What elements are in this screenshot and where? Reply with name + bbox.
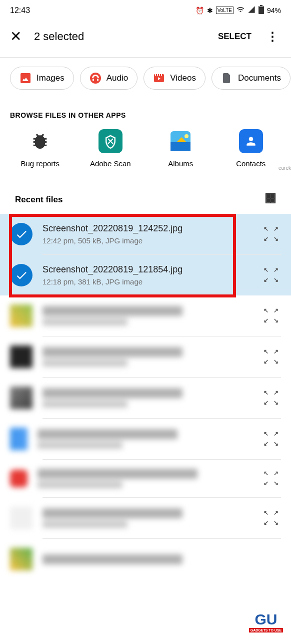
app-bug-reports[interactable]: Bug reports	[8, 129, 72, 168]
chip-images[interactable]: Images	[10, 67, 74, 90]
recent-label: Recent files	[15, 195, 62, 205]
image-icon	[20, 72, 32, 84]
expand-icon[interactable]: ↖↗↙↘	[264, 307, 281, 325]
chip-label: Images	[36, 73, 64, 83]
chip-audio[interactable]: Audio	[80, 67, 138, 90]
expand-icon[interactable]: ↖↗↙↘	[264, 470, 281, 487]
chip-label: Videos	[170, 73, 196, 83]
svg-rect-7	[157, 74, 158, 76]
watermark-text: eurek	[278, 165, 291, 171]
file-info	[42, 508, 254, 528]
svg-rect-3	[20, 73, 30, 83]
audio-icon	[90, 72, 102, 84]
file-thumbnail	[10, 387, 32, 409]
watermark-logo: GU GADGETS TO USE	[248, 606, 284, 636]
svg-point-12	[184, 134, 188, 138]
app-contacts[interactable]: Contacts	[218, 129, 284, 168]
svg-rect-11	[170, 142, 190, 151]
checkmark-icon[interactable]	[10, 223, 32, 245]
svg-point-4	[90, 73, 101, 84]
file-thumbnail	[10, 304, 32, 327]
app-albums[interactable]: Albums	[148, 129, 213, 168]
chip-documents[interactable]: Documents	[212, 67, 290, 90]
app-label: Bug reports	[20, 159, 60, 168]
file-item-blurred[interactable]: ↖↗↙↘	[0, 378, 291, 418]
chip-label: Audio	[106, 73, 128, 83]
file-item-blurred[interactable]: ↖↗↙↘	[0, 498, 291, 538]
svg-rect-8	[159, 74, 160, 76]
browse-section-label: BROWSE FILES IN OTHER APPS	[0, 99, 291, 129]
volte-icon: VoLTE	[216, 7, 234, 14]
more-options-icon[interactable]: ⋮	[264, 30, 281, 44]
file-meta: 12:18 pm, 381 kB, JPG image	[42, 277, 254, 286]
chip-label: Documents	[238, 73, 281, 83]
battery-icon	[258, 5, 264, 16]
expand-icon[interactable]: ↖↗↙↘	[264, 430, 281, 448]
bluetooth-icon: ✱	[207, 7, 213, 15]
app-label: Contacts	[236, 159, 266, 168]
app-label: Albums	[168, 159, 193, 168]
category-chips: Images Audio Videos Documents	[0, 58, 291, 99]
expand-icon[interactable]: ↖↗↙↘	[264, 389, 281, 407]
recent-header: Recent files	[0, 180, 291, 214]
expand-icon[interactable]: ↖↗↙↘	[264, 266, 281, 284]
file-item-blurred[interactable]: ↖↗↙↘	[0, 419, 291, 459]
file-info	[38, 429, 254, 449]
alarm-icon: ⏰	[196, 7, 204, 15]
grid-view-icon[interactable]	[265, 193, 276, 206]
file-item-blurred[interactable]: ↖↗↙↘	[0, 460, 291, 497]
svg-rect-0	[258, 6, 264, 14]
signal-icon	[248, 6, 256, 15]
expand-icon[interactable]: ↖↗↙↘	[264, 509, 281, 527]
file-list: Screenshot_20220819_124252.jpg 12:42 pm,…	[0, 214, 291, 573]
svg-rect-9	[161, 74, 162, 76]
status-icons: ⏰ ✱ VoLTE 94%	[196, 5, 281, 16]
bug-icon	[28, 129, 52, 153]
expand-icon[interactable]: ↖↗↙↘	[264, 348, 281, 366]
svg-rect-6	[155, 74, 156, 76]
status-bar: 12:43 ⏰ ✱ VoLTE 94%	[0, 0, 291, 21]
adobe-scan-icon	[98, 129, 122, 153]
app-label: Adobe Scan	[90, 159, 131, 168]
svg-rect-1	[260, 5, 262, 6]
file-name: Screenshot_20220819_121854.jpg	[42, 264, 254, 275]
file-name: Screenshot_20220819_124252.jpg	[42, 223, 254, 234]
file-info	[42, 347, 254, 367]
close-icon[interactable]: ✕	[10, 28, 22, 45]
checkmark-icon[interactable]	[10, 264, 32, 286]
file-info: Screenshot_20220819_124252.jpg 12:42 pm,…	[42, 223, 254, 245]
selection-header: ✕ 2 selected SELECT ⋮	[0, 21, 291, 57]
albums-icon	[168, 129, 192, 153]
selection-count: 2 selected	[34, 30, 206, 43]
file-thumbnail	[10, 346, 32, 368]
battery-percent: 94%	[267, 7, 281, 15]
file-thumbnail	[10, 507, 32, 529]
app-adobe-scan[interactable]: Adobe Scan	[78, 129, 143, 168]
select-button[interactable]: SELECT	[218, 32, 252, 42]
chip-videos[interactable]: Videos	[144, 67, 206, 90]
file-thumbnail	[10, 470, 28, 487]
file-info	[42, 388, 254, 408]
file-info	[42, 554, 281, 564]
file-item[interactable]: Screenshot_20220819_121854.jpg 12:18 pm,…	[0, 255, 291, 295]
file-meta: 12:42 pm, 505 kB, JPG image	[42, 236, 254, 245]
expand-icon[interactable]: ↖↗↙↘	[264, 225, 281, 243]
file-thumbnail	[10, 428, 28, 450]
file-info	[38, 469, 254, 488]
svg-rect-2	[259, 7, 264, 7]
document-icon	[221, 72, 233, 84]
file-info: Screenshot_20220819_121854.jpg 12:18 pm,…	[42, 264, 254, 286]
watermark-brand: GADGETS TO USE	[249, 628, 284, 632]
video-icon	[153, 72, 165, 84]
file-item-blurred[interactable]: ↖↗↙↘	[0, 295, 291, 336]
wifi-icon	[236, 6, 244, 15]
status-time: 12:43	[10, 6, 30, 15]
file-info	[42, 306, 254, 326]
file-thumbnail	[10, 548, 32, 570]
file-item-blurred[interactable]: ↖↗↙↘	[0, 337, 291, 377]
apps-row: Bug reports Adobe Scan Albums Contacts	[0, 129, 291, 180]
file-item-blurred[interactable]	[0, 539, 291, 573]
file-item[interactable]: Screenshot_20220819_124252.jpg 12:42 pm,…	[0, 214, 291, 254]
contacts-icon	[239, 129, 263, 153]
